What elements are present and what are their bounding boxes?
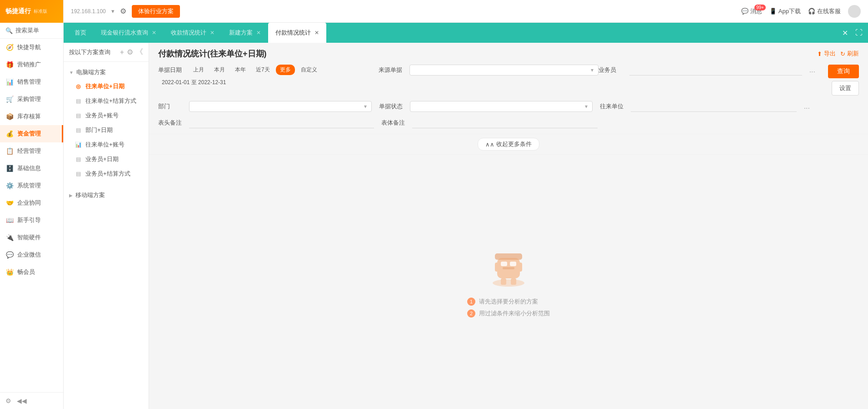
sidebar-item-finance[interactable]: 💰资金管理 [0, 125, 63, 142]
svg-rect-2 [501, 262, 507, 266]
service-label: 在线客服 [817, 7, 841, 15]
scheme-item-staff-date[interactable]: ▤业务员+日期 [64, 152, 149, 167]
scheme-item-unit-account[interactable]: 📊往来单位+账号 [64, 137, 149, 152]
scheme-icon-staff-settle: ▤ [75, 170, 82, 177]
sidebar-nav: 🧭快捷导航🎁营销推广📊销售管理🛒采购管理📦库存核算💰资金管理📋经营管理🗄️基础信… [0, 39, 63, 392]
tab-label-home: 首页 [75, 29, 86, 37]
unit-input[interactable] [631, 101, 797, 112]
sidebar-label-purchase: 采购管理 [17, 95, 41, 103]
sidebar-item-hardware[interactable]: 🔌智能硬件 [0, 229, 63, 246]
status-select[interactable]: ▾ [410, 101, 593, 112]
status-dropdown-icon: ▾ [585, 103, 588, 110]
sidebar-item-system[interactable]: ⚙️系统管理 [0, 177, 63, 194]
refresh-button[interactable]: ↻ 刷新 [840, 50, 859, 58]
date-btn-last-month[interactable]: 上月 [189, 65, 208, 75]
sidebar-item-sales[interactable]: 📊销售管理 [0, 73, 63, 91]
trial-button[interactable]: 体验行业方案 [132, 5, 180, 18]
phone-icon: 📱 [769, 8, 777, 15]
message-button[interactable]: 💬 消息 99+ [741, 7, 762, 15]
close-tab-icon[interactable]: ✕ [840, 27, 850, 39]
scheme-settings-icon[interactable]: ⚙ [127, 48, 133, 56]
scheme-icon-staff-date: ▤ [75, 156, 82, 163]
sidebar-search[interactable]: 🔍 搜索菜单 [0, 23, 63, 39]
server-address: 192.168.1.100 [71, 8, 106, 15]
app-label: App下载 [778, 7, 801, 15]
date-btn-7days[interactable]: 近7天 [252, 65, 274, 75]
sidebar-item-member[interactable]: 👑畅会员 [0, 263, 63, 281]
filter-settings-button[interactable]: 设置 [832, 81, 859, 96]
sidebar-item-quick-nav[interactable]: 🧭快捷导航 [0, 39, 63, 56]
date-buttons: 上月 本月 本年 近7天 更多 自定义 [189, 65, 321, 75]
scheme-item-unit-settle[interactable]: ▤往来单位+结算方式 [64, 94, 149, 108]
date-btn-this-year[interactable]: 本年 [231, 65, 250, 75]
settings-icon[interactable]: ⚙ [5, 397, 11, 404]
staff-input[interactable] [629, 65, 802, 76]
scheme-icon-unit-account: 📊 [75, 141, 82, 148]
user-avatar[interactable] [848, 5, 861, 18]
source-label: 来源单据 [379, 66, 406, 74]
add-scheme-button[interactable]: + [120, 48, 124, 56]
pc-scheme-title[interactable]: ▼ 电脑端方案 [64, 66, 149, 79]
note-head-label: 表头备注 [158, 119, 185, 127]
dept-select[interactable]: ▾ [189, 101, 372, 112]
sidebar-item-marketing[interactable]: 🎁营销推广 [0, 56, 63, 73]
sidebar-item-operation[interactable]: 📋经营管理 [0, 142, 63, 160]
sidebar-item-basic[interactable]: 🗄️基础信息 [0, 160, 63, 177]
pc-scheme-section: ▼ 电脑端方案 ◎往来单位+日期▤往来单位+结算方式▤业务员+账号▤部门+日期📊… [64, 62, 149, 185]
date-btn-custom[interactable]: 自定义 [297, 65, 321, 75]
tab-close-new-scheme[interactable]: ✕ [256, 30, 261, 36]
export-icon: ⬆ [817, 50, 822, 57]
tab-home[interactable]: 首页 [67, 23, 94, 43]
mobile-section-arrow-icon: ▶ [69, 193, 73, 198]
note-head-input[interactable] [189, 117, 374, 128]
topbar-left: 192.168.1.100 ▾ ⚙ 体验行业方案 [71, 5, 180, 18]
scheme-item-unit-date[interactable]: ◎往来单位+日期 [64, 79, 149, 94]
date-btn-more[interactable]: 更多 [276, 65, 295, 75]
tab-receipt-stats[interactable]: 收款情况统计✕ [164, 23, 222, 43]
sidebar-item-enterprise[interactable]: 🤝企业协同 [0, 194, 63, 212]
search-label: 搜索菜单 [15, 26, 39, 35]
tab-close-cash-flow[interactable]: ✕ [152, 30, 156, 36]
scheme-item-dept-date[interactable]: ▤部门+日期 [64, 123, 149, 137]
tab-new-scheme[interactable]: 新建方案✕ [222, 23, 268, 43]
scheme-collapse-icon[interactable]: 《 [136, 47, 143, 57]
topbar: 192.168.1.100 ▾ ⚙ 体验行业方案 💬 消息 99+ 📱 App下… [64, 0, 868, 23]
sidebar-icon-operation: 📋 [5, 147, 14, 155]
tab-payment-stats[interactable]: 付款情况统计✕ [268, 23, 326, 43]
scheme-panel: 按以下方案查询 + ⚙ 《 ▼ 电脑端方案 ◎往来单位+日期▤往来单位+结算方式… [64, 43, 149, 409]
collapse-button[interactable]: ∧∧ 收起更多条件 [478, 138, 539, 151]
online-service-button[interactable]: 🎧 在线客服 [808, 7, 841, 15]
sidebar-item-guide[interactable]: 📖新手引导 [0, 212, 63, 229]
topbar-gear-icon[interactable]: ⚙ [120, 7, 126, 15]
sidebar-label-hardware: 智能硬件 [17, 233, 41, 242]
form-header: 付款情况统计(往来单位+日期) ⬆ 导出 ↻ 刷新 [149, 43, 868, 59]
expand-tab-icon[interactable]: ⛶ [853, 27, 864, 39]
sidebar-item-inventory[interactable]: 📦库存核算 [0, 108, 63, 125]
sidebar-icon-guide: 📖 [5, 216, 14, 224]
unit-dots[interactable]: ... [800, 102, 813, 111]
query-buttons: 查询 设置 [819, 65, 859, 96]
staff-dots[interactable]: ... [806, 66, 819, 74]
sidebar-label-sales: 销售管理 [17, 78, 41, 86]
scheme-item-staff-account[interactable]: ▤业务员+账号 [64, 108, 149, 123]
source-select[interactable]: ▾ [409, 65, 599, 76]
dropdown-arrow-icon[interactable]: ▾ [111, 8, 115, 15]
sidebar-label-marketing: 营销推广 [17, 61, 41, 69]
note-body-input[interactable] [412, 117, 597, 128]
scheme-item-staff-settle[interactable]: ▤业务员+结算方式 [64, 167, 149, 181]
tab-close-receipt-stats[interactable]: ✕ [210, 30, 215, 36]
export-button[interactable]: ⬆ 导出 [817, 50, 836, 58]
collapse-bar: ∧∧ 收起更多条件 [149, 134, 868, 155]
sidebar-icon-purchase: 🛒 [5, 95, 14, 103]
sidebar-item-weixin[interactable]: 💬企业微信 [0, 246, 63, 263]
mobile-scheme-title[interactable]: ▶ 移动端方案 [64, 188, 149, 202]
sidebar-item-purchase[interactable]: 🛒采购管理 [0, 91, 63, 108]
app-download-button[interactable]: 📱 App下载 [769, 7, 801, 15]
tab-close-payment-stats[interactable]: ✕ [314, 30, 319, 36]
query-button[interactable]: 查询 [828, 65, 859, 78]
collapse-icon[interactable]: ◀◀ [17, 397, 27, 404]
tab-cash-flow[interactable]: 现金银行流水查询✕ [94, 23, 164, 43]
date-btn-this-month[interactable]: 本月 [210, 65, 229, 75]
sidebar-icon-member: 👑 [5, 268, 14, 276]
tip-text-2: 用过滤条件来缩小分析范围 [479, 309, 550, 318]
